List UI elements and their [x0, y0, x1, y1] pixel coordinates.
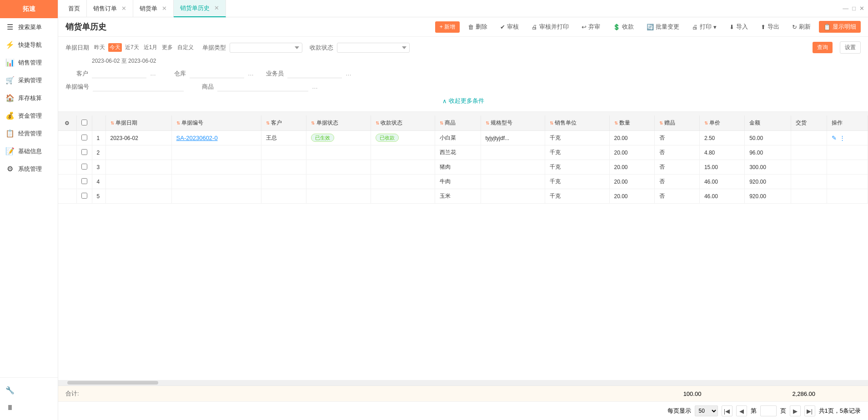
th-deal: 交货	[791, 115, 827, 131]
sidebar-item-sys-mgmt[interactable]: ⚙ 系统管理	[0, 160, 58, 178]
sidebar-item-search-menu[interactable]: ☰ 搜索菜单	[0, 18, 58, 36]
sidebar-item-fund-mgmt[interactable]: 💰 资金管理	[0, 107, 58, 125]
audit-button[interactable]: ✔ 审核	[496, 21, 523, 33]
abandon-button[interactable]: ↩ 弃审	[577, 21, 605, 33]
date-link-7days[interactable]: 近7天	[124, 43, 140, 52]
th-customer[interactable]: ⇅ 客户	[261, 115, 306, 131]
tab-sales-order[interactable]: 销售订单 ✕	[87, 0, 133, 17]
td-check	[76, 175, 92, 189]
customer-ellipsis[interactable]: …	[150, 70, 156, 77]
td-unit: 千克	[545, 189, 609, 204]
warehouse-input[interactable]	[190, 69, 244, 78]
td-settings	[58, 160, 76, 175]
select-all-checkbox[interactable]	[81, 120, 87, 125]
next-page-btn[interactable]: ▶	[790, 405, 801, 416]
warehouse-label: 仓库	[163, 70, 186, 78]
window-close-icon[interactable]: ✕	[859, 5, 864, 12]
date-link-yesterday[interactable]: 昨天	[93, 43, 106, 52]
th-doc-no[interactable]: ⇅ 单据编号	[171, 115, 261, 131]
td-rowno: 3	[92, 160, 105, 175]
date-link-custom[interactable]: 自定义	[176, 43, 195, 52]
table-header-row: ⚙ ⇅ 单据日期 ⇅ 单据编号 ⇅ 客户 ⇅ 单据状态 ⇅ 收款状态 ⇅ 商品 …	[58, 115, 868, 131]
date-range-value: 2023-06-02 至 2023-06-02	[92, 57, 156, 65]
sidebar-item-stock-calc[interactable]: 🏠 库存核算	[0, 89, 58, 107]
th-gift[interactable]: ⇅ 赠品	[654, 115, 699, 131]
salesman-ellipsis[interactable]: …	[346, 70, 351, 77]
th-goods[interactable]: ⇅ 商品	[435, 115, 481, 131]
td-customer	[261, 189, 306, 204]
td-doc-date	[105, 175, 171, 189]
td-unit: 千克	[545, 160, 609, 175]
row-checkbox[interactable]	[81, 135, 87, 140]
customer-input[interactable]	[92, 69, 146, 78]
search-button[interactable]: 查询	[813, 42, 833, 53]
collect-button[interactable]: 💲 收款	[608, 21, 638, 33]
new-button[interactable]: + 新增	[435, 21, 460, 33]
td-price: 4.80	[699, 145, 744, 160]
tab-sales-order-close[interactable]: ✕	[121, 5, 126, 12]
doc-no-link[interactable]: SA-20230602-0	[176, 135, 218, 141]
tab-sales-history[interactable]: 销货单历史 ✕	[174, 0, 226, 17]
last-page-btn[interactable]: ▶|	[804, 405, 815, 416]
export-button[interactable]: ⬆ 导出	[756, 21, 784, 33]
salesman-input[interactable]	[287, 69, 342, 78]
tab-sales-goods-close[interactable]: ✕	[162, 5, 167, 12]
sidebar: 拓速 ☰ 搜索菜单 ⚡ 快捷导航 📊 销售管理 🛒 采购管理 🏠 库存核算 💰 …	[0, 0, 58, 420]
import-button[interactable]: ⬇ 导入	[725, 21, 753, 33]
search-menu-icon: ☰	[5, 23, 15, 31]
td-deal	[791, 145, 827, 160]
print-button[interactable]: 🖨 打印 ▾	[687, 21, 721, 33]
sidebar-item-quick-nav[interactable]: ⚡ 快捷导航	[0, 36, 58, 54]
doctype-select[interactable]	[230, 43, 302, 53]
sidebar-item-sales-mgmt[interactable]: 📊 销售管理	[0, 54, 58, 71]
td-gift: 否	[654, 145, 699, 160]
show-detail-button[interactable]: 📋 显示明细	[819, 21, 861, 33]
th-unit[interactable]: ⇅ 销售单位	[545, 115, 609, 131]
goods-input[interactable]	[217, 82, 308, 91]
date-link-today[interactable]: 今天	[108, 43, 122, 52]
th-qty[interactable]: ⇅ 数量	[609, 115, 654, 131]
per-page-select[interactable]: 50 100 200	[695, 405, 718, 416]
scrollbar-thumb[interactable]	[67, 381, 158, 385]
th-doc-status[interactable]: ⇅ 单据状态	[306, 115, 371, 131]
tab-home[interactable]: 首页	[62, 0, 87, 17]
horizontal-scrollbar[interactable]	[58, 380, 868, 385]
tab-sales-history-close[interactable]: ✕	[214, 5, 219, 11]
row-checkbox[interactable]	[81, 164, 87, 170]
edit-icon[interactable]: ✎	[832, 135, 837, 141]
minimize-icon[interactable]: —	[843, 5, 848, 12]
row-checkbox[interactable]	[81, 178, 87, 184]
row-checkbox[interactable]	[81, 193, 87, 199]
delete-button[interactable]: 🗑 删除	[463, 21, 492, 33]
th-doc-date[interactable]: ⇅ 单据日期	[105, 115, 171, 131]
td-doc-status	[306, 189, 371, 204]
maximize-icon[interactable]: □	[852, 5, 856, 12]
th-collect-status[interactable]: ⇅ 收款状态	[371, 115, 435, 131]
sidebar-bottom-item2[interactable]: ⏸	[0, 399, 58, 416]
sidebar-item-ops-mgmt[interactable]: 📋 经营管理	[0, 125, 58, 142]
warehouse-ellipsis[interactable]: …	[248, 70, 254, 77]
audit-print-button[interactable]: 🖨 审核并打印	[527, 21, 573, 33]
td-deal	[791, 160, 827, 175]
date-link-more[interactable]: 更多	[161, 43, 174, 52]
date-link-1month[interactable]: 近1月	[142, 43, 159, 52]
goods-ellipsis[interactable]: …	[312, 83, 318, 90]
more-action-icon[interactable]: ⋮	[839, 135, 845, 141]
sidebar-bottom-item1[interactable]: 🔧	[0, 381, 58, 399]
th-settings[interactable]: ⚙	[58, 115, 76, 131]
prev-page-btn[interactable]: ◀	[736, 405, 747, 416]
batch-change-button[interactable]: 🔄 批量变更	[642, 21, 684, 33]
th-price[interactable]: ⇅ 单价	[699, 115, 744, 131]
sidebar-item-purchase-mgmt[interactable]: 🛒 采购管理	[0, 71, 58, 89]
tab-sales-goods[interactable]: 销货单 ✕	[133, 0, 174, 17]
first-page-btn[interactable]: |◀	[722, 405, 733, 416]
docno-input[interactable]	[93, 82, 184, 91]
row-checkbox[interactable]	[81, 149, 87, 155]
refresh-button[interactable]: ↻ 刷新	[788, 21, 815, 33]
collapse-button[interactable]: ∧ 收起更多条件	[65, 95, 861, 107]
page-input[interactable]: 1	[760, 405, 777, 416]
th-spec[interactable]: ⇅ 规格型号	[481, 115, 545, 131]
sidebar-item-basic-info[interactable]: 📝 基础信息	[0, 142, 58, 160]
settings-button[interactable]: 设置	[840, 41, 861, 54]
collect-status-select[interactable]	[337, 43, 410, 53]
